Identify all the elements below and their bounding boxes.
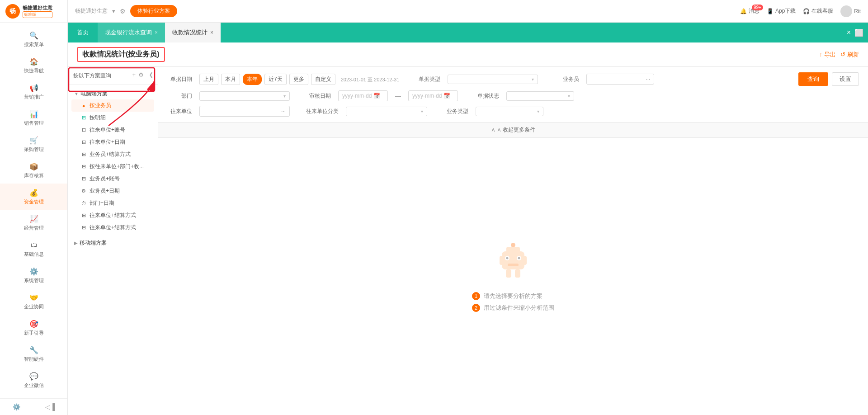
hint-text-2: 用过滤条件来缩小分析范围 [484, 304, 554, 312]
header-settings-icon[interactable]: ⚙ [120, 8, 126, 15]
date-btn-more[interactable]: 更多 [289, 74, 308, 85]
scheme-item-partner-settlement1[interactable]: ⊞ 往来单位+结算方式 [71, 209, 154, 222]
sidebar-label-basic-info: 基础信息 [24, 251, 44, 258]
scheme-item-salesperson-settlement[interactable]: ⊞ 业务员+结算方式 [71, 148, 154, 160]
sidebar-item-basic-info[interactable]: 🗂 基础信息 [0, 236, 67, 262]
date-btn-this-year[interactable]: 本年 [243, 74, 262, 85]
sidebar-item-sales[interactable]: 📊 销售管理 [0, 105, 67, 131]
review-date-from[interactable]: yyyy-mm-dd 📅 [338, 90, 388, 101]
scheme-item-dept-date[interactable]: ⏱ 部门+日期 [71, 197, 154, 209]
scheme-item-by-salesperson[interactable]: ● 按业务员 [71, 99, 154, 112]
avatar-img [840, 5, 852, 17]
dept-select[interactable]: ▾ [199, 91, 290, 101]
tab-bar: 首页 现金银行流水查询 × 收款情况统计 × × ⬜ [68, 23, 868, 42]
sidebar-label-search-menu: 搜索菜单 [24, 41, 44, 48]
doc-status-select[interactable]: ▾ [506, 91, 574, 101]
sidebar-item-search-menu[interactable]: 🔍 搜索菜单 [0, 26, 67, 52]
page-header: 收款情况统计(按业务员) ↑ 导出 ↺ 刷新 [68, 42, 868, 67]
sidebar-item-wechat[interactable]: 💬 企业微信 [0, 367, 67, 393]
scheme-item-salesperson-date[interactable]: ⚙ 业务员+日期 [71, 185, 154, 197]
sidebar-item-operations[interactable]: 📈 经营管理 [0, 210, 67, 236]
scheme-item-label: 往来单位+结算方式 [90, 224, 136, 231]
scheme-item-partner-date[interactable]: ⊟ 往来单位+日期 [71, 136, 154, 148]
sidebar-item-collab[interactable]: 🤝 企业协同 [0, 288, 67, 315]
export-button[interactable]: ↑ 导出 [820, 51, 836, 59]
query-button[interactable]: 查询 [798, 72, 828, 86]
guide-icon: 🎯 [29, 319, 38, 328]
scheme-item-partner-settlement2[interactable]: ⊟ 往来单位+结算方式 [71, 222, 154, 234]
maximize-window-icon[interactable]: ⬜ [854, 28, 863, 37]
tab-home[interactable]: 首页 [68, 23, 98, 42]
scheme-item-partner-account[interactable]: ⊟ 往来单位+账号 [71, 124, 154, 136]
svg-point-7 [518, 257, 520, 259]
scheme-settings-icon[interactable]: ⚙ [138, 71, 144, 80]
review-date-to[interactable]: yyyy-mm-dd 📅 [408, 90, 458, 101]
close-window-icon[interactable]: × [847, 28, 851, 37]
tab-bank-flow-close[interactable]: × [155, 29, 158, 36]
dept-label: 部门 [167, 92, 192, 100]
trial-button[interactable]: 体验行业方案 [130, 5, 177, 17]
scheme-group-mobile-header[interactable]: ▶ 移动端方案 [71, 237, 154, 249]
scheme-group-desktop-header[interactable]: ▼ 电脑端方案 [71, 88, 154, 99]
breadcrumb-dropdown-icon[interactable]: ▾ [112, 8, 115, 14]
partner-more-icon[interactable]: ··· [281, 108, 286, 114]
salesperson-more-icon[interactable]: ··· [646, 76, 650, 82]
add-scheme-icon[interactable]: + [132, 71, 136, 80]
sidebar-label-wechat: 企业微信 [24, 382, 44, 389]
doc-type-select[interactable]: ▾ [448, 75, 538, 84]
scheme-item-by-detail[interactable]: ⊞ 按明细 [71, 112, 154, 124]
collapse-bar[interactable]: ∧ ∧ 收起更多条件 [158, 123, 868, 138]
sidebar-item-inventory[interactable]: 📦 库存核算 [0, 157, 67, 184]
user-avatar[interactable]: Rit [840, 5, 861, 17]
partner-select[interactable]: ··· [199, 106, 290, 117]
scheme-item-partner-dept-collect[interactable]: ⊟ 按往来单位+部门+收... [71, 160, 154, 173]
sidebar-item-system[interactable]: ⚙️ 系统管理 [0, 262, 67, 288]
refresh-icon: ↺ [840, 51, 845, 58]
page-area: 收款情况统计(按业务员) ↑ 导出 ↺ 刷新 按以下方案查询 [68, 42, 868, 415]
sidebar-item-quick-nav[interactable]: 🏠 快捷导航 [0, 52, 67, 79]
date-btn-custom[interactable]: 自定义 [311, 74, 335, 85]
business-type-select[interactable]: ▾ [476, 107, 543, 116]
sidebar-item-marketing[interactable]: 📢 营销推广 [0, 79, 67, 105]
left-panel-header: 按以下方案查询 + ⚙ 《 [68, 67, 158, 85]
sidebar-item-hardware[interactable]: 🔧 智能硬件 [0, 341, 67, 367]
salesperson-select[interactable]: ··· [586, 74, 654, 85]
online-service-button[interactable]: 🎧 在线客服 [803, 7, 833, 15]
date-options: 上月 本月 本年 近7天 更多 自定义 2023-01-01 至 2023-12… [199, 74, 399, 85]
breadcrumb: 畅捷通好生意 [75, 7, 108, 15]
settings-button[interactable]: 设置 [832, 72, 859, 86]
tab-collection-stats-close[interactable]: × [210, 29, 213, 36]
collapse-sidebar-icon[interactable]: ◁▐ [45, 403, 55, 410]
sidebar-item-purchase[interactable]: 🛒 采购管理 [0, 131, 67, 157]
salesperson-scheme-icon: ● [80, 103, 87, 109]
finance-icon: 💰 [29, 188, 38, 197]
sidebar-nav: 🔍 搜索菜单 🏠 快捷导航 📢 营销推广 📊 销售管理 🛒 采购管理 📦 库存核… [0, 23, 67, 398]
message-button[interactable]: 🔔 消息 99+ [740, 7, 760, 15]
user-name: Rit [854, 8, 861, 14]
date-btn-last-month[interactable]: 上月 [199, 74, 218, 85]
business-type-label: 业务类型 [443, 108, 468, 115]
doc-status-label: 单据状态 [474, 92, 499, 100]
wechat-icon: 💬 [29, 372, 38, 381]
scheme-item-label: 往来单位+日期 [90, 138, 125, 146]
collapse-panel-icon[interactable]: 《 [146, 71, 152, 80]
partner-category-select[interactable]: ▾ [346, 107, 427, 116]
svg-point-6 [506, 257, 509, 259]
sidebar-item-member[interactable]: ⭐ 畅会员 [0, 393, 67, 398]
refresh-button[interactable]: ↺ 刷新 [840, 51, 859, 59]
scheme-item-salesperson-account[interactable]: ⊟ 业务员+账号 [71, 173, 154, 185]
sidebar-footer: ⚙️ ◁▐ [0, 398, 67, 415]
sidebar-item-guide[interactable]: 🎯 新手引导 [0, 315, 67, 341]
date-btn-7days[interactable]: 近7天 [264, 74, 287, 85]
svg-point-3 [511, 243, 515, 247]
settings-footer-icon[interactable]: ⚙️ [13, 403, 20, 410]
app-download-button[interactable]: 📱 App下载 [767, 7, 796, 15]
logo-icon: 畅 [5, 4, 20, 19]
doc-type-chevron-icon: ▾ [532, 77, 534, 82]
sidebar-item-finance[interactable]: 💰 资金管理 [0, 184, 67, 210]
tab-collection-stats[interactable]: 收款情况统计 × [165, 23, 221, 42]
basic-info-icon: 🗂 [29, 241, 38, 250]
partner-settlement2-icon: ⊟ [80, 225, 87, 231]
date-btn-this-month[interactable]: 本月 [221, 74, 240, 85]
tab-bank-flow[interactable]: 现金银行流水查询 × [98, 23, 165, 42]
